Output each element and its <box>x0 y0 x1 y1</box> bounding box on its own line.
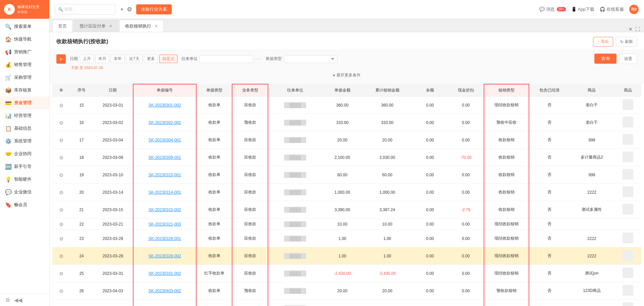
table-row: ⊙252023-03-31SK-20230331-002红字收款单应收款████… <box>52 265 641 282</box>
col-header-balance: 余额 <box>412 84 448 97</box>
row-settings-icon[interactable]: ⊙ <box>59 288 63 294</box>
partner-input[interactable] <box>200 55 253 63</box>
cell-docNo: SK-20230328-001 <box>133 230 196 247</box>
cell-balance: 0.00 <box>412 97 448 114</box>
custom-date-btn[interactable]: 自定义 <box>159 55 177 63</box>
doc-link[interactable]: SK-20230308-001 <box>148 155 181 160</box>
app-download-item[interactable]: 📱 App下载 <box>571 6 594 12</box>
doc-link[interactable]: SK-20230328-002 <box>148 254 181 258</box>
sidebar-item-quicknav[interactable]: 🏠快捷导航 <box>0 33 49 46</box>
cell-cashDiscount: 0.00 <box>448 131 484 149</box>
doc-link[interactable]: SK-20230328-001 <box>148 236 181 241</box>
user-avatar[interactable]: Rit <box>629 5 639 14</box>
cell-docType: 收款单 <box>196 184 232 201</box>
more-date-btn[interactable]: 更多 <box>144 55 158 63</box>
maximize-icon[interactable]: ⛶ <box>635 26 640 32</box>
refresh-button[interactable]: ↻ 刷新 <box>616 37 637 47</box>
this-year-btn[interactable]: 本年 <box>111 55 125 63</box>
filter-expand-btn[interactable]: » <box>56 54 66 64</box>
support-item[interactable]: 🎧 在线客服 <box>600 6 624 12</box>
cell-goods: 123D商品 <box>569 282 614 300</box>
row-settings-icon[interactable]: ⊙ <box>59 236 63 241</box>
tab-collection[interactable]: 收款核销执行✕ <box>119 20 164 32</box>
cell-date: 2023-03-28 <box>93 247 133 265</box>
expand-more-bar[interactable]: ▾ 展开更多条件 <box>56 70 637 80</box>
topbar-gear-icon[interactable]: ⚙ <box>127 6 132 13</box>
member-icon: 🔖 <box>5 202 11 208</box>
messages-item[interactable]: 💬 消息 99+ <box>539 6 566 12</box>
cell-balance: 0.00 <box>412 131 448 149</box>
logo-text: 畅康道好生意 标推版 <box>17 4 40 14</box>
row-settings-icon[interactable]: ⊙ <box>59 137 63 143</box>
last-7days-btn[interactable]: 近7天 <box>126 55 143 63</box>
row-settings-icon[interactable]: ⊙ <box>59 207 63 212</box>
filter-doctype-item: 单据类型 <box>266 55 337 63</box>
row-settings-icon[interactable]: ⊙ <box>59 190 63 195</box>
filter-dots[interactable]: ··· <box>255 56 262 62</box>
doc-link[interactable]: SK-20230315-002 <box>148 207 181 212</box>
doc-link[interactable]: SK-20230331-002 <box>148 271 181 276</box>
sidebar-item-sales[interactable]: 💰销售管理 <box>0 58 49 71</box>
this-month-btn[interactable]: 本月 <box>95 55 109 63</box>
cell-goods2 <box>614 97 641 114</box>
export-button[interactable]: ↑ 导出 <box>593 37 613 47</box>
sidebar-item-system[interactable]: ⚙️系统管理 <box>0 135 49 147</box>
cell-goods: 测试jun <box>569 265 614 282</box>
col-header-docType: 单据类型 <box>196 84 232 97</box>
last-month-btn[interactable]: 上月 <box>80 55 94 63</box>
row-settings-icon[interactable]: ⊙ <box>59 103 63 108</box>
sales-icon: 💰 <box>5 62 11 68</box>
doc-link[interactable]: SK-20230304-001 <box>148 138 181 142</box>
col-header-cashDiscount: 现金折扣 <box>448 84 484 97</box>
row-settings-icon[interactable]: ⊙ <box>59 222 63 227</box>
query-button[interactable]: 查询 <box>594 54 616 64</box>
tab-home[interactable]: 首页 <box>52 20 72 32</box>
row-settings-icon[interactable]: ⊙ <box>59 253 63 259</box>
cell-partner: ████ <box>268 282 322 300</box>
sidebar-item-finance[interactable]: 💳资金管理 <box>0 97 49 109</box>
page-area: 收款核销执行(按收款) ↑ 导出 ↻ 刷新 » <box>50 32 644 306</box>
doc-link[interactable]: SK-20230403-002 <box>148 289 181 293</box>
sidebar-item-hardware[interactable]: 💡智能硬件 <box>0 173 49 186</box>
settings-bottom-icon[interactable]: ⚙ <box>5 297 10 303</box>
doc-link[interactable]: SK-20230301-002 <box>148 103 181 108</box>
cell-docNo: SK-20230328-002 <box>133 247 196 265</box>
doc-link[interactable]: SK-20230302-002 <box>148 120 181 125</box>
solution-button[interactable]: 体验行业方案 <box>136 4 172 14</box>
topbar-dropdown[interactable]: ▾ <box>119 7 123 12</box>
row-settings-icon[interactable]: ⊙ <box>59 120 63 125</box>
tab-prepay[interactable]: 预计应应付单✕ <box>74 20 118 32</box>
sidebar-label-system: 系统管理 <box>14 138 32 144</box>
settings-filter-btn[interactable]: 设置 <box>619 54 637 64</box>
sidebar-item-operations[interactable]: 📊经营管理 <box>0 109 49 122</box>
cell-writeoffType: 收款核销 <box>484 166 529 184</box>
cell-settings: ⊙ <box>52 114 70 131</box>
tab-close-collection[interactable]: ✕ <box>155 24 158 28</box>
sidebar-item-search[interactable]: 🔍搜索菜单 <box>0 20 49 33</box>
cell-settings: ⊙ <box>52 265 70 282</box>
doc-link[interactable]: SK-20230310-001 <box>148 173 181 177</box>
row-settings-icon[interactable]: ⊙ <box>59 172 63 178</box>
doc-link[interactable]: SK-20230321-003 <box>148 222 181 227</box>
collapse-icon[interactable]: ◀◀ <box>14 297 22 303</box>
sidebar-item-enterprise[interactable]: 🤝企业协同 <box>0 147 49 160</box>
sidebar-item-guide[interactable]: 🆕新手引导 <box>0 160 49 173</box>
tab-close-prepay[interactable]: ✕ <box>109 24 112 28</box>
sidebar-item-inventory[interactable]: 📦库存核算 <box>0 84 49 97</box>
doc-link[interactable]: SK-20230314-001 <box>148 190 181 195</box>
cell-settings: ⊙ <box>52 230 70 247</box>
sidebar-item-basic[interactable]: 📋基础信息 <box>0 122 49 135</box>
sidebar-logo: 6 畅康道好生意 标推版 <box>0 0 49 19</box>
doctype-select[interactable] <box>284 55 337 63</box>
search-icon: 🔍 <box>58 7 63 12</box>
close-all-tabs-icon[interactable]: ✕ <box>629 26 633 32</box>
sidebar-item-member[interactable]: 🔖畅会员 <box>0 198 49 211</box>
cell-docNo: SK-20230301-002 <box>133 97 196 114</box>
row-settings-icon[interactable]: ⊙ <box>59 155 63 160</box>
sidebar-item-marketing[interactable]: 📢营销推广 <box>0 46 49 58</box>
sidebar-item-purchase[interactable]: 🛒采购管理 <box>0 71 49 84</box>
sidebar-item-wechat[interactable]: 💬企业微信 <box>0 186 49 198</box>
expand-arrow-icon: » <box>60 56 62 62</box>
row-settings-icon[interactable]: ⊙ <box>59 271 63 276</box>
topbar-search-box[interactable]: 🔍 搜索... <box>55 4 115 15</box>
